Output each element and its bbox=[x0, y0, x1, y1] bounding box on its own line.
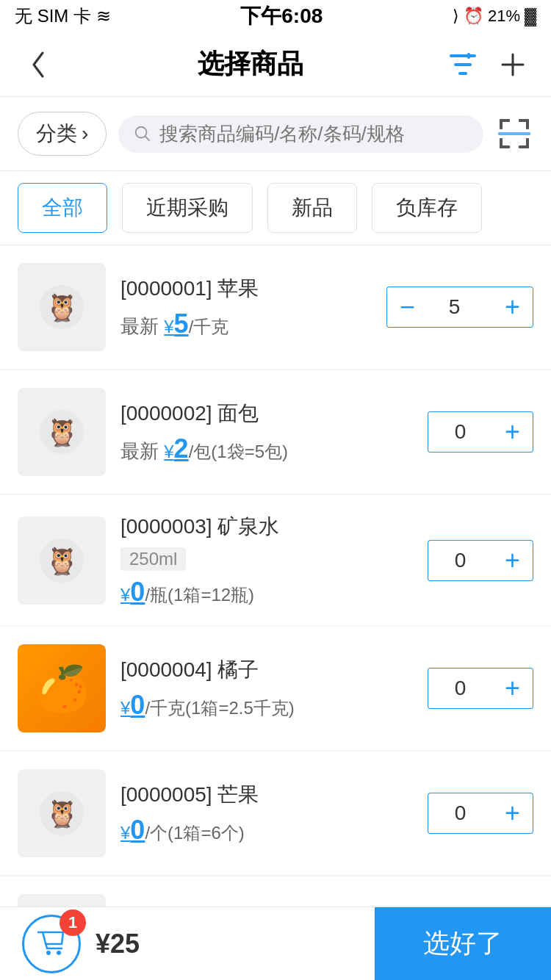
product-price: ¥0/千克(1箱=2.5千克) bbox=[120, 690, 413, 721]
signal-text: 无 SIM 卡 ≋ bbox=[15, 4, 111, 28]
svg-text:🦉: 🦉 bbox=[46, 292, 79, 323]
product-list: 🦉 [0000001] 苹果 最新 ¥5/千克 − + 🦉 bbox=[0, 245, 551, 980]
list-item: 🦉 [0000005] 芒果 ¥0/个(1箱=6个) 0 + bbox=[0, 752, 551, 875]
svg-rect-3 bbox=[467, 53, 470, 59]
product-name: [0000002] 面包 bbox=[120, 400, 413, 428]
increase-button[interactable]: + bbox=[492, 411, 533, 453]
back-button[interactable] bbox=[22, 48, 54, 81]
svg-rect-0 bbox=[450, 54, 476, 57]
svg-text:🦉: 🦉 bbox=[46, 545, 79, 577]
owl-icon: 🦉 bbox=[36, 535, 87, 586]
category-label: 分类 bbox=[36, 120, 77, 148]
list-item: 🍊 [0000004] 橘子 ¥0/千克(1箱=2.5千克) 0 + bbox=[0, 627, 551, 750]
product-name: [0000004] 橘子 bbox=[120, 656, 413, 684]
alarm-icon: ⏰ bbox=[464, 7, 483, 26]
owl-icon: 🦉 bbox=[36, 788, 87, 839]
quantity-control-0000002: 0 + bbox=[428, 411, 533, 453]
product-name: [0000001] 苹果 bbox=[120, 275, 372, 303]
svg-rect-13 bbox=[498, 132, 530, 135]
product-image-0000001: 🦉 bbox=[18, 263, 106, 351]
cart-badge: 1 bbox=[60, 909, 86, 936]
list-item: 🦉 [0000001] 苹果 最新 ¥5/千克 − + bbox=[0, 245, 551, 369]
product-name: [0000005] 芒果 bbox=[120, 781, 413, 809]
quantity-control-0000001: − + bbox=[386, 287, 533, 328]
search-icon bbox=[133, 123, 152, 144]
product-image-0000003: 🦉 bbox=[18, 516, 106, 605]
svg-rect-10 bbox=[500, 138, 503, 148]
cart-icon bbox=[37, 931, 66, 957]
increase-button[interactable]: + bbox=[492, 287, 533, 328]
chevron-right-icon: › bbox=[82, 122, 88, 145]
decrease-button[interactable]: − bbox=[386, 287, 428, 328]
quantity-display: 0 bbox=[428, 540, 492, 581]
svg-point-26 bbox=[46, 951, 51, 955]
quantity-control-0000003: 0 + bbox=[428, 540, 533, 581]
location-icon: ⟩ bbox=[453, 7, 459, 26]
cart-section: 1 ¥25 bbox=[0, 915, 375, 973]
filter-icon-button[interactable] bbox=[447, 48, 479, 81]
tab-recent[interactable]: 近期采购 bbox=[122, 183, 253, 233]
list-item: 🦉 [0000003] 矿泉水 250ml ¥0/瓶(1箱=12瓶) 0 + bbox=[0, 495, 551, 625]
product-info-0000004: [0000004] 橘子 ¥0/千克(1箱=2.5千克) bbox=[120, 656, 413, 721]
quantity-display: 0 bbox=[428, 668, 492, 709]
product-image-0000002: 🦉 bbox=[18, 388, 106, 476]
quantity-control-0000005: 0 + bbox=[428, 793, 533, 834]
product-price: ¥0/个(1箱=6个) bbox=[120, 815, 413, 846]
battery-text: 21% bbox=[488, 7, 520, 26]
product-info-0000002: [0000002] 面包 最新 ¥2/包(1袋=5包) bbox=[120, 400, 413, 464]
svg-rect-1 bbox=[454, 63, 472, 66]
add-icon-button[interactable] bbox=[497, 48, 529, 81]
status-time: 下午6:08 bbox=[240, 2, 323, 30]
svg-point-27 bbox=[57, 951, 61, 955]
page-title: 选择商品 bbox=[198, 46, 303, 82]
product-spec: 250ml bbox=[120, 547, 186, 571]
svg-rect-6 bbox=[500, 119, 503, 129]
product-price: 最新 ¥2/包(1袋=5包) bbox=[120, 433, 413, 464]
increase-button[interactable]: + bbox=[492, 540, 533, 581]
qty-only-plus: 0 + bbox=[428, 540, 533, 581]
tab-new[interactable]: 新品 bbox=[267, 183, 357, 233]
cart-button[interactable]: 1 bbox=[22, 915, 81, 973]
status-bar: 无 SIM 卡 ≋ 下午6:08 ⟩ ⏰ 21% ▓ bbox=[0, 0, 551, 32]
battery-icon: ▓ bbox=[525, 7, 536, 26]
orange-image: 🍊 bbox=[18, 644, 106, 732]
status-left: 无 SIM 卡 ≋ bbox=[15, 4, 111, 28]
scan-button[interactable] bbox=[495, 115, 533, 153]
product-info-0000003: [0000003] 矿泉水 250ml ¥0/瓶(1箱=12瓶) bbox=[120, 513, 413, 608]
list-item: 🦉 [0000002] 面包 最新 ¥2/包(1袋=5包) 0 + bbox=[0, 370, 551, 494]
owl-icon: 🦉 bbox=[36, 406, 87, 458]
svg-rect-2 bbox=[458, 72, 467, 75]
product-image-0000005: 🦉 bbox=[18, 769, 106, 857]
product-price: 最新 ¥5/千克 bbox=[120, 309, 372, 339]
product-price: ¥0/瓶(1箱=12瓶) bbox=[120, 577, 413, 608]
svg-rect-8 bbox=[526, 119, 529, 129]
tab-negative[interactable]: 负库存 bbox=[372, 183, 482, 233]
owl-icon: 🦉 bbox=[36, 281, 87, 333]
quantity-display: 0 bbox=[428, 793, 492, 834]
confirm-button[interactable]: 选好了 bbox=[375, 907, 551, 981]
nav-bar: 选择商品 bbox=[0, 32, 551, 97]
quantity-control-0000004: 0 + bbox=[428, 668, 533, 709]
product-image-0000004: 🍊 bbox=[18, 644, 106, 732]
filter-row: 分类 › bbox=[0, 97, 551, 171]
nav-icons bbox=[447, 48, 529, 81]
qty-only-plus: 0 + bbox=[428, 793, 533, 834]
svg-text:🦉: 🦉 bbox=[46, 798, 79, 829]
qty-only-plus: 0 + bbox=[428, 668, 533, 709]
tab-all[interactable]: 全部 bbox=[18, 183, 107, 233]
status-right: ⟩ ⏰ 21% ▓ bbox=[453, 7, 536, 26]
increase-button[interactable]: + bbox=[492, 668, 533, 709]
category-button[interactable]: 分类 › bbox=[18, 112, 107, 156]
search-input-wrap bbox=[118, 115, 483, 153]
increase-button[interactable]: + bbox=[492, 793, 533, 834]
bottom-bar: 1 ¥25 选好了 bbox=[0, 907, 551, 980]
svg-rect-12 bbox=[526, 138, 529, 148]
quantity-input[interactable] bbox=[428, 287, 492, 328]
cart-total: ¥25 bbox=[96, 929, 140, 959]
search-input[interactable] bbox=[159, 123, 469, 145]
product-info-0000005: [0000005] 芒果 ¥0/个(1箱=6个) bbox=[120, 781, 413, 846]
qty-only-plus: 0 + bbox=[428, 411, 533, 453]
product-name: [0000003] 矿泉水 bbox=[120, 513, 413, 541]
svg-text:🦉: 🦉 bbox=[46, 417, 79, 448]
tab-row: 全部 近期采购 新品 负库存 bbox=[0, 171, 551, 245]
